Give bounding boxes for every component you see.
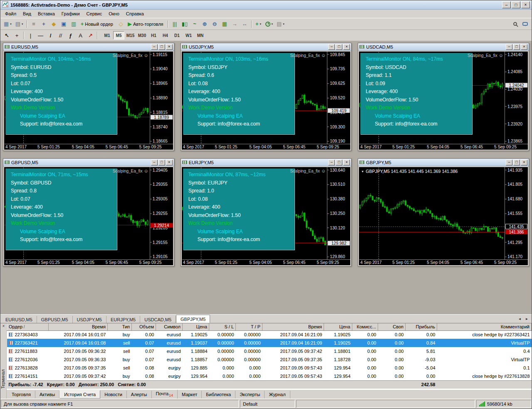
chart-plot[interactable]: TerminalMonitor ON, 84ms, ~17msSymbol: U… [359, 52, 505, 143]
chart-minimize-button[interactable] [328, 160, 335, 165]
price-axis[interactable]: 141.935141.805141.680141.555141.430141.2… [505, 167, 528, 259]
chart-tab-usdcad[interactable]: USDCAD,M5 [140, 316, 176, 323]
toolbar-horizontal-line-tool-button[interactable]: — [36, 31, 45, 40]
terminal-tab-experts[interactable]: Эксперты [235, 391, 265, 398]
price-axis[interactable]: 1.241401.240851.240301.239751.239201.238… [505, 52, 528, 144]
time-axis[interactable]: 4 Sep 20175 Sep 01:255 Sep 04:055 Sep 06… [5, 259, 173, 265]
chart-minimize-button[interactable] [151, 160, 158, 165]
toolbar-vertical-line-tool-button[interactable]: | [26, 31, 35, 40]
chart-titlebar-usdjpy[interactable]: USDJPY,M5 [181, 43, 351, 51]
timeframe-m15[interactable]: M15 [125, 31, 136, 39]
toolbar-strategy-tester-button[interactable]: ▥ [69, 20, 79, 29]
column-header-3[interactable]: Объем [132, 323, 156, 330]
column-header-12[interactable]: Прибыль [406, 323, 437, 330]
chart-plot[interactable]: TerminalMonitor ON, 87ms, ~12msSymbol: E… [182, 168, 327, 259]
column-header-1[interactable]: Время [49, 323, 108, 330]
toolbar-cursor-button[interactable]: ↖ [2, 31, 12, 40]
column-header-10[interactable]: Комисс... [352, 323, 378, 330]
toolbar-new-chart-button[interactable]: ▦▾ [2, 20, 13, 29]
chart-plot[interactable]: ▼GBPJPY,M5 141.435 141.445 141.369 141.3… [359, 168, 505, 259]
column-header-11[interactable]: Своп [378, 323, 406, 330]
menu-file[interactable]: Файл [2, 10, 20, 17]
history-row[interactable]: 2273634212017.09.04 16:01:08sell0.07euru… [7, 339, 532, 347]
menu-view[interactable]: Вид [20, 10, 35, 17]
chart-restore-button[interactable] [513, 44, 520, 50]
toolbar-bar-chart-mode-button[interactable]: ||| [170, 20, 180, 29]
chart-minimize-button[interactable] [151, 44, 158, 50]
chart-titlebar-usdcad[interactable]: USDCAD,M5 [358, 43, 529, 51]
toolbar-zoom-out-button[interactable]: ⊖ [210, 20, 220, 29]
column-header-2[interactable]: Тип [108, 323, 132, 330]
toolbar-auto-scroll-button[interactable]: → [230, 20, 240, 29]
column-header-4[interactable]: Символ [156, 323, 183, 330]
toolbar-arrows-tool-button[interactable]: ↗ [86, 31, 95, 40]
toolbar-trendline-tool-button[interactable]: / [46, 31, 55, 40]
chart-titlebar-gbpusd[interactable]: GBPUSD,M5 [3, 159, 174, 166]
chart-tab-eurjpy[interactable]: EURJPY,M5 [106, 316, 140, 323]
toolbar-templates-button[interactable]: ▤▾ [275, 20, 286, 29]
time-axis[interactable]: 4 Sep 20175 Sep 01:255 Sep 04:055 Sep 06… [359, 259, 528, 265]
timeframe-h4[interactable]: H4 [160, 31, 171, 39]
toolbar-text-tool-button[interactable]: A [76, 31, 85, 40]
chart-close-button[interactable] [166, 44, 173, 50]
terminal-close-icon[interactable] [1, 324, 6, 329]
price-axis[interactable]: 130.640130.510130.380130.250130.120129.9… [327, 167, 350, 259]
chart-minimize-button[interactable] [506, 44, 512, 50]
menu-charts[interactable]: Графики [58, 10, 83, 17]
chart-restore-button[interactable] [158, 160, 165, 165]
price-axis[interactable]: 109.845109.735109.625109.520109.410109.3… [327, 52, 350, 144]
ea-smiley-button[interactable]: Scalping_Ea_fix☺ [290, 53, 326, 58]
restore-button[interactable] [512, 1, 520, 8]
terminal-tab-mailbox[interactable]: Почта14 [152, 390, 178, 399]
chart-close-button[interactable] [521, 160, 527, 165]
toolbar-metaeditor-button[interactable]: ◇ [116, 20, 126, 29]
toolbar-channel-tool-button[interactable]: // [56, 31, 65, 40]
column-header-7[interactable]: T / P [236, 323, 262, 330]
time-axis[interactable]: 4 Sep 20175 Sep 01:255 Sep 04:055 Sep 06… [5, 144, 173, 150]
terminal-tab-alerts[interactable]: Алерты [127, 391, 152, 398]
history-row[interactable]: 2276138282017.09.05 09:37:35sell0.08eurj… [7, 364, 532, 372]
column-header-13[interactable]: Комментарий [437, 323, 532, 330]
terminal-tab-account-history[interactable]: История Счета [59, 390, 100, 399]
column-header-9[interactable]: Цена [324, 323, 352, 330]
chart-restore-button[interactable] [513, 160, 520, 165]
status-profile[interactable]: Default [240, 400, 295, 408]
toolbar-chart-shift-button[interactable]: ↔ [240, 20, 250, 29]
chart-tab-gbpjpy[interactable]: GBPJPY,M5 [176, 315, 210, 323]
chart-restore-button[interactable] [158, 44, 165, 50]
menu-window[interactable]: Окно [105, 10, 123, 17]
terminal-tab-trade[interactable]: Торговля [7, 391, 35, 398]
chart-close-button[interactable] [521, 44, 527, 50]
toolbar-zoom-in-button[interactable]: ⊕ [200, 20, 210, 29]
terminal-tab-market[interactable]: Маркет [178, 391, 202, 398]
chart-restore-button[interactable] [336, 44, 342, 50]
toolbar-profiles-button[interactable]: ▤▾ [14, 20, 25, 29]
chart-titlebar-eurjpy[interactable]: EURJPY,M5 [181, 159, 351, 166]
timeframe-m5[interactable]: M5 [113, 31, 124, 39]
toolbar-autotrading-button[interactable]: ▶Авто-торговля [126, 20, 166, 29]
chart-tab-usdjpy[interactable]: USDJPY,M5 [73, 316, 106, 323]
history-row[interactable]: 2276141512017.09.05 09:37:42buy0.08eurjp… [7, 372, 532, 380]
toolbar-line-chart-mode-button[interactable]: ~ [190, 20, 200, 29]
price-axis[interactable]: 1.191151.190401.189651.188901.188151.187… [150, 52, 173, 144]
toolbar-search-button[interactable] [510, 20, 520, 29]
timeframe-h1[interactable]: H1 [148, 31, 159, 39]
chart-close-button[interactable] [166, 160, 173, 165]
toolbar-new-order-button[interactable]: +Новый ордер [79, 20, 116, 29]
history-row[interactable]: 2276118832017.09.05 09:36:32sell0.07euru… [7, 347, 532, 355]
chart-plot[interactable]: TerminalMonitor ON, 103ms, ~16msSymbol: … [182, 52, 327, 143]
toolbar-navigator-button[interactable]: ◆ [49, 20, 59, 29]
ea-smiley-button[interactable]: Scalping_Ea_fix☺ [468, 53, 503, 58]
tabs-scroll-right-icon[interactable]: ► [524, 316, 530, 322]
chart-titlebar-eurusd[interactable]: EURUSD,M5 [3, 43, 174, 51]
toolbar-candle-chart-mode-button[interactable]: ▮▯ [180, 20, 190, 29]
chart-titlebar-gbpjpy[interactable]: GBPJPY,M5 [358, 159, 529, 166]
timeframe-mn[interactable]: MN [195, 31, 206, 39]
timeframe-w1[interactable]: W1 [183, 31, 194, 39]
time-axis[interactable]: 4 Sep 20175 Sep 01:255 Sep 04:055 Sep 06… [182, 259, 351, 265]
menu-insert[interactable]: Вставка [35, 10, 58, 17]
toolbar-community-chat-button[interactable] [520, 20, 530, 29]
ea-smiley-button[interactable]: Scalping_Ea_fix☺ [113, 168, 148, 173]
timeframe-d1[interactable]: D1 [171, 31, 183, 39]
titlebar[interactable]: 1568885: Activtrades-Demo - Демо Счет - … [0, 0, 532, 10]
